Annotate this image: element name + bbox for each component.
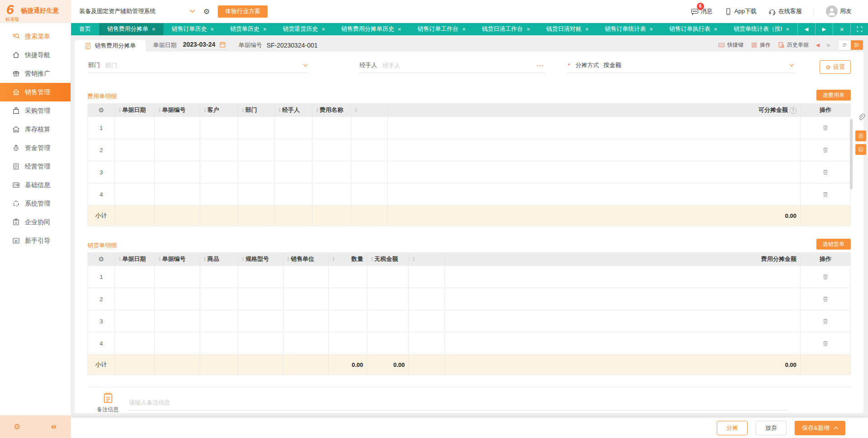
col-header[interactable]: ▴▾数量 <box>329 253 367 265</box>
tab-expense-allocation-history[interactable]: 销售费用分摊单历史× <box>333 23 409 35</box>
close-tab-icon[interactable]: × <box>398 26 401 33</box>
float-chart-button[interactable] <box>855 144 866 155</box>
tab-expense-allocation[interactable]: 销售费用分摊单× <box>99 23 163 35</box>
col-header[interactable]: ▴▾客户 <box>200 104 238 116</box>
attachment-paperclip-icon[interactable] <box>857 113 865 121</box>
tab-sales-invoice-history[interactable]: 销货单历史× <box>222 23 274 35</box>
prev-doc-icon[interactable]: ◀ <box>816 42 820 48</box>
delete-row-icon[interactable] <box>822 274 829 280</box>
messages-button[interactable]: 消息 6 <box>691 7 713 15</box>
close-tab-icon[interactable]: × <box>649 26 653 33</box>
col-header[interactable]: ▴▾单据编号 <box>155 104 200 116</box>
tab-sales-order-history[interactable]: 销售订单历史× <box>163 23 222 35</box>
settings-button[interactable]: ⚙ 设置 <box>820 60 851 74</box>
tab-home[interactable]: 首页 <box>71 23 99 35</box>
col-header[interactable]: ▴▾规格型号 <box>238 253 283 265</box>
allocate-button[interactable]: 分摊 <box>717 421 748 435</box>
col-header-amount[interactable]: 费用分摊金额 <box>445 253 801 265</box>
discard-button[interactable]: 放弃 <box>756 421 786 435</box>
close-tab-icon[interactable]: × <box>786 26 790 33</box>
next-doc-icon[interactable]: ▶ <box>827 42 831 48</box>
tab-daily-clear-reconcile[interactable]: 钱货日清对账× <box>538 23 596 35</box>
trial-plan-button[interactable]: 体验行业方案 <box>218 5 268 18</box>
delete-row-icon[interactable] <box>822 147 829 153</box>
close-tab-icon[interactable]: × <box>211 26 214 33</box>
online-service-button[interactable]: 在线客服 <box>768 7 802 15</box>
column-settings-gear-icon[interactable]: ⚙ <box>88 253 115 265</box>
delete-row-icon[interactable] <box>822 191 829 197</box>
sidebar-item-funds[interactable]: ¥ 资金管理 <box>0 139 71 157</box>
sidebar-item-procurement[interactable]: 采购管理 <box>0 101 71 120</box>
sidebar-item-inventory[interactable]: 库存核算 <box>0 120 71 139</box>
allocation-method-field[interactable]: * 分摊方式 按金额 <box>567 61 795 73</box>
date-picker[interactable]: 2023-03-24 <box>181 41 228 50</box>
app-download-button[interactable]: App下载 <box>724 7 757 15</box>
sidebar-item-collaboration[interactable]: 企业协同 <box>0 213 71 231</box>
sidebar-settings-gear-icon[interactable]: ⚙ <box>14 423 20 431</box>
col-header-amount[interactable]: 可分摊金额? <box>388 104 801 116</box>
column-settings-gear-icon[interactable]: ⚙ <box>88 104 115 116</box>
close-all-tabs-icon[interactable]: × <box>833 23 850 35</box>
close-tab-icon[interactable]: × <box>321 26 325 33</box>
sidebar-item-basics[interactable]: 基础信息 <box>0 176 71 194</box>
sidebar-item-business[interactable]: 经营管理 <box>0 157 71 176</box>
operate-button[interactable]: 操作 <box>751 41 771 49</box>
select-sales-doc-button[interactable]: 选销货单 <box>816 239 851 250</box>
col-header[interactable]: ▴▾部门 <box>238 104 275 116</box>
sidebar-item-quick-nav[interactable]: 快捷导航 <box>0 46 71 64</box>
handler-field[interactable]: 经手人 ··· <box>359 61 545 73</box>
col-header[interactable]: ▴▾单据日期 <box>115 104 155 116</box>
close-tab-icon[interactable]: × <box>527 26 530 33</box>
list-view-icon[interactable] <box>839 40 851 50</box>
tab-scroll-left-icon[interactable]: ◀ <box>797 23 815 35</box>
department-field[interactable]: 部门 <box>87 61 309 73</box>
sidebar-item-sales[interactable]: $ 销售管理 <box>0 83 71 101</box>
col-header[interactable]: ▴▾单据编号 <box>155 253 200 265</box>
tab-scroll-right-icon[interactable]: ▶ <box>815 23 833 35</box>
sidebar-item-marketing[interactable]: 营销推广 <box>0 64 71 83</box>
delete-row-icon[interactable] <box>822 125 829 131</box>
tab-sales-order-exec[interactable]: 销售订单执行表× <box>661 23 725 35</box>
department-input[interactable] <box>105 62 298 69</box>
form-view-icon[interactable] <box>851 40 863 50</box>
col-header[interactable]: ▴▾经手人 <box>275 104 312 116</box>
more-options-icon[interactable]: ··· <box>537 62 544 69</box>
system-select[interactable]: 装备及固定资产辅助管理系统 <box>79 7 195 15</box>
save-and-new-button[interactable]: 保存&新增 <box>795 421 845 435</box>
tab-sales-return-history[interactable]: 销货退货历史× <box>274 23 333 35</box>
hotkey-button[interactable]: 快捷键 <box>718 41 743 49</box>
sidebar-item-guide[interactable]: 新 新手引导 <box>0 231 71 250</box>
tab-sales-order-workbench[interactable]: 销售订单工作台× <box>409 23 474 35</box>
tab-sales-order-stats[interactable]: 销售订单统计表× <box>597 23 661 35</box>
chevron-down-icon[interactable] <box>789 64 794 67</box>
close-tab-icon[interactable]: × <box>263 26 267 33</box>
close-tab-icon[interactable]: × <box>462 26 466 33</box>
help-icon[interactable]: ? <box>790 107 796 114</box>
user-menu[interactable]: 用友 <box>826 5 852 17</box>
remark-input[interactable] <box>128 395 787 410</box>
col-header-blank[interactable]: ▴▾ <box>351 104 388 116</box>
close-tab-icon[interactable]: × <box>714 26 718 33</box>
select-expense-doc-button[interactable]: 选费用单 <box>816 90 851 101</box>
fullscreen-icon[interactable] <box>850 23 868 35</box>
col-header[interactable]: ▴▾单据日期 <box>115 253 155 265</box>
close-tab-icon[interactable]: × <box>585 26 589 33</box>
col-header[interactable]: ▴▾销售单位 <box>283 253 329 265</box>
col-header-blank[interactable]: ▴▾ <box>409 253 445 265</box>
delete-row-icon[interactable] <box>822 169 829 175</box>
handler-input[interactable] <box>382 62 532 69</box>
col-header[interactable]: ▴▾无税金额 <box>367 253 409 265</box>
delete-row-icon[interactable] <box>822 318 829 324</box>
chevron-down-icon[interactable] <box>303 64 308 67</box>
tab-sales-invoice-stats[interactable]: 销货单统计表（按I× <box>725 23 797 35</box>
settings-gear-icon[interactable]: ⚙ <box>203 7 210 16</box>
float-report-button[interactable] <box>855 130 866 141</box>
delete-row-icon[interactable] <box>822 340 829 347</box>
sidebar-item-system[interactable]: 系统管理 <box>0 194 71 213</box>
history-docs-button[interactable]: 历史单据 <box>778 41 809 49</box>
tab-daily-clear-workbench[interactable]: 钱货日清工作台× <box>474 23 538 35</box>
vertical-scrollbar[interactable] <box>850 119 853 189</box>
col-header[interactable]: ▴▾费用名称 <box>312 104 351 116</box>
collapse-sidebar-icon[interactable] <box>50 424 57 430</box>
col-header[interactable]: ▴▾商品 <box>200 253 238 265</box>
